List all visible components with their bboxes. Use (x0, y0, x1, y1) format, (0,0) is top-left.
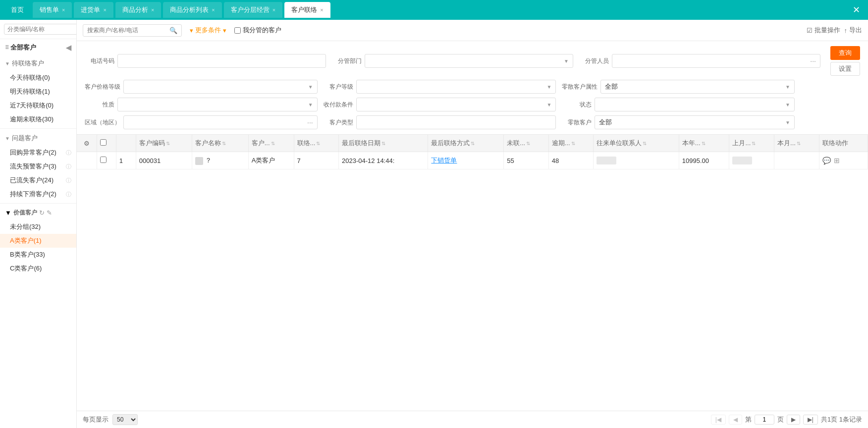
sidebar-item-7day-contact[interactable]: 近7天待联络(0) (0, 99, 76, 112)
sidebar-item-overdue-contact[interactable]: 逾期未联络(30) (0, 112, 76, 126)
sales-close[interactable]: × (62, 7, 65, 13)
filter-region-select[interactable]: ··· (123, 115, 318, 129)
customer-contact-close[interactable]: × (320, 7, 323, 13)
nature-arrow-icon: ▼ (308, 102, 313, 107)
date-sort-icon: ⇅ (381, 141, 385, 146)
batch-ops-btn[interactable]: ☑ 批量操作 (807, 26, 840, 35)
sidebar-search-input[interactable] (4, 24, 77, 35)
sidebar-item-declining-customer[interactable]: 持续下滑客户(2) ⓘ (0, 187, 76, 201)
filter-customer-level-select[interactable]: ▼ (356, 80, 556, 94)
td-contacts: 7 (294, 152, 339, 169)
filter-customer-type-input[interactable] (356, 115, 556, 129)
sidebar-item-b-customers[interactable]: B类客户(33) (0, 248, 76, 262)
type-sort-icon: ⇅ (271, 141, 275, 146)
more-filter-btn[interactable]: ▾ 更多条件 ▾ (186, 24, 230, 37)
th-last-contact-method[interactable]: 最后联络方式 ⇅ (428, 135, 504, 152)
td-index: 1 (116, 152, 136, 169)
edit-icon[interactable]: ✎ (47, 209, 52, 216)
per-page-select[interactable]: 50 100 200 (112, 414, 138, 425)
filter-payment-select[interactable]: ▼ (356, 98, 556, 111)
search-input[interactable] (87, 27, 166, 34)
sidebar-item-churn-warning[interactable]: 流失预警客户(3) ⓘ (0, 160, 76, 173)
sidebar-item-ungrouped[interactable]: 未分组(32) (0, 220, 76, 234)
table-settings-icon[interactable]: ⚙ (82, 139, 92, 148)
toolbar: 🔍 ▾ 更多条件 ▾ 我分管的客户 ☑ 批量操作 ↑ 导出 (77, 20, 868, 41)
nav-tab-customer-contact[interactable]: 客户联络 × (284, 2, 330, 18)
th-last-month[interactable]: 上月... ⇅ (729, 135, 774, 152)
next-page-btn[interactable]: ▶ (787, 415, 800, 425)
code-sort-icon: ⇅ (166, 141, 170, 146)
filter-manager-select[interactable]: ··· (612, 54, 820, 68)
help-icon-declining[interactable]: ⓘ (66, 191, 71, 198)
th-code[interactable]: 客户编码 ⇅ (136, 135, 192, 152)
search-icon[interactable]: 🔍 (169, 27, 177, 34)
help-icon-churn[interactable]: ⓘ (66, 163, 71, 170)
table-footer: 每页显示 50 100 200 |◀ ◀ 第 页 ▶ ▶| 共1页 1条记录 (77, 411, 868, 428)
th-last-contact-date[interactable]: 最后联络日期 ⇅ (339, 135, 428, 152)
th-contacts[interactable]: 联络... ⇅ (294, 135, 339, 152)
query-button[interactable]: 查询 (830, 46, 860, 60)
sidebar-item-lost-customer[interactable]: 已流失客户(24) ⓘ (0, 173, 76, 187)
nav-tab-home[interactable]: 首页 (4, 2, 31, 18)
sidebar-item-c-customers[interactable]: C类客户(6) (0, 262, 76, 275)
purchase-close[interactable]: × (103, 7, 106, 13)
problem-customer-group[interactable]: ▼ 问题客户 (0, 131, 76, 146)
page-number-input[interactable] (755, 415, 774, 425)
th-type[interactable]: 客户... ⇅ (248, 135, 294, 152)
retail-customer-arrow-icon: ▼ (785, 120, 790, 125)
refresh-icon[interactable]: ↻ (39, 209, 45, 216)
help-icon-lost[interactable]: ⓘ (66, 177, 71, 184)
sidebar-all-customers[interactable]: ⠿ 全部客户 ◀ (0, 39, 76, 56)
my-customers-checkbox[interactable] (234, 27, 241, 34)
filter-retail-attr-select[interactable]: 全部 ▼ (600, 80, 795, 94)
nav-tab-sales[interactable]: 销售单 × (33, 2, 72, 18)
filter-phone-input[interactable] (117, 54, 326, 68)
filter-nature-select[interactable]: ▼ (117, 98, 318, 111)
nav-tab-customer-segment[interactable]: 客户分层经营 × (224, 2, 282, 18)
td-this-month (774, 152, 819, 169)
last-contact-method-link[interactable]: 下销货单 (431, 157, 457, 164)
sidebar-item-tomorrow-contact[interactable]: 明天待联络(1) (0, 85, 76, 99)
th-no-contact[interactable]: 未联... ⇅ (504, 135, 549, 152)
contact-icon[interactable]: 💬 (822, 157, 831, 164)
prev-page-btn[interactable]: ◀ (729, 415, 742, 425)
th-this-year[interactable]: 本年... ⇅ (679, 135, 729, 152)
filter-payment: 收付款条件 ▼ (324, 98, 556, 111)
first-page-btn[interactable]: |◀ (711, 415, 726, 425)
filter-dept-select[interactable]: ▼ (365, 54, 573, 68)
td-this-year: 10995.00 (679, 152, 729, 169)
nav-tab-purchase[interactable]: 进货单 × (74, 2, 113, 18)
select-all-checkbox[interactable] (100, 139, 107, 146)
filter-price-level-select[interactable]: ▼ (123, 80, 318, 94)
td-last-month (729, 152, 774, 169)
sidebar-item-repurchase-abnormal[interactable]: 回购异常客户(2) ⓘ (0, 146, 76, 160)
main-layout: 🔍 ⠿ 全部客户 ◀ ▼ 待联络客户 今天待联络(0) 明天待联络(1) 近7天… (0, 20, 868, 428)
problem-arrow: ▼ (5, 136, 10, 141)
my-customers-toggle[interactable]: 我分管的客户 (234, 26, 281, 35)
th-company-contacts[interactable]: 往来单位联系人 ⇅ (594, 135, 679, 152)
nav-tab-product-analysis[interactable]: 商品分析 × (115, 2, 161, 18)
nav-tab-product-list[interactable]: 商品分析列表 × (163, 2, 221, 18)
qr-icon[interactable]: ⊞ (834, 157, 840, 164)
sidebar-collapse-btn[interactable]: ◀ (66, 44, 71, 52)
th-settings[interactable]: ⚙ (77, 135, 97, 152)
th-overdue[interactable]: 逾期... ⇅ (548, 135, 594, 152)
last-page-btn[interactable]: ▶| (803, 415, 818, 425)
pending-contact-group[interactable]: ▼ 待联络客户 (0, 56, 76, 71)
sidebar-item-today-contact[interactable]: 今天待联络(0) (0, 71, 76, 85)
th-this-month[interactable]: 本月... ⇅ (774, 135, 819, 152)
export-btn[interactable]: ↑ 导出 (844, 26, 863, 35)
row-checkbox[interactable] (100, 157, 107, 163)
help-icon-repurchase[interactable]: ⓘ (66, 149, 71, 157)
customer-segment-close[interactable]: × (272, 7, 275, 13)
close-all-button[interactable]: ✕ (849, 4, 864, 15)
settings-button[interactable]: 设置 (830, 62, 860, 76)
sidebar-item-a-customers[interactable]: A类客户(1) (0, 234, 76, 248)
filter-retail-customer-select[interactable]: 全部 ▼ (595, 115, 795, 129)
th-name[interactable]: 客户名称 ⇅ (192, 135, 248, 152)
product-list-close[interactable]: × (212, 7, 215, 13)
last-month-sort-icon: ⇅ (752, 141, 756, 146)
td-no-contact: 55 (504, 152, 549, 169)
filter-status-select[interactable]: ▼ (595, 98, 795, 111)
product-analysis-close[interactable]: × (151, 7, 154, 13)
